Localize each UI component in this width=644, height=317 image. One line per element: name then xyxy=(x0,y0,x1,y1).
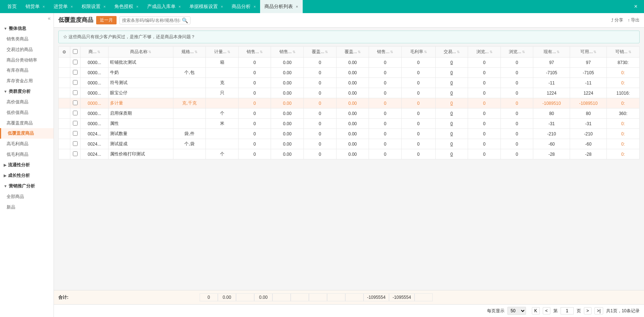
name-column-header[interactable]: 商品名称⇅ xyxy=(109,47,173,58)
per-page-select[interactable]: 50 10 20 100 xyxy=(507,307,526,315)
sales1-column-header[interactable]: 销售...⇅ xyxy=(238,47,271,58)
page-suffix: 页 xyxy=(577,308,581,314)
sidebar-group-cluster[interactable]: ▼ 类群度分析 xyxy=(0,86,54,97)
page-number-input[interactable] xyxy=(561,307,574,314)
close-icon[interactable]: × xyxy=(254,4,256,9)
nav-item-template[interactable]: 单据模板设置 × xyxy=(185,0,227,13)
spec-column-header[interactable]: 规格...⇅ xyxy=(173,47,206,58)
trade-column-header[interactable]: 交易...⇅ xyxy=(435,47,468,58)
next-page-button[interactable]: > xyxy=(584,307,592,314)
close-icon[interactable]: × xyxy=(178,4,181,9)
sidebar-item-sales-goods[interactable]: 销售类商品 xyxy=(0,34,54,44)
row-cover2: 0.00 xyxy=(336,129,369,139)
sidebar-item-capital[interactable]: 库存资金占用 xyxy=(0,76,54,86)
cover2-column-header[interactable]: 覆盖...⇅ xyxy=(336,47,369,58)
sidebar-item-low-value[interactable]: 低价值商品 xyxy=(0,107,54,118)
sidebar-item-high-coverage[interactable]: 高覆盖度商品 xyxy=(0,118,54,128)
available-column-header[interactable]: 可用...⇅ xyxy=(570,47,607,58)
sales3-column-header[interactable]: 销售...⇅ xyxy=(369,47,402,58)
close-icon[interactable]: × xyxy=(221,4,223,9)
sidebar-item-high-margin[interactable]: 高毛利商品 xyxy=(0,139,54,149)
saleable-column-header[interactable]: 可销...⇅ xyxy=(607,47,640,58)
row-browse2: 0 xyxy=(500,58,533,68)
row-checkbox[interactable] xyxy=(70,108,80,119)
sidebar-item-new-goods[interactable]: 新品 xyxy=(0,202,54,213)
row-spec xyxy=(173,88,206,98)
row-cover1: 0 xyxy=(303,78,336,88)
row-checkbox[interactable] xyxy=(70,88,80,98)
row-current: -60 xyxy=(533,139,570,149)
sidebar-item-stock-goods[interactable]: 有库存商品 xyxy=(0,65,54,76)
unit-column-header[interactable]: 计量...⇅ xyxy=(206,47,239,58)
sidebar-item-low-margin[interactable]: 低毛利商品 xyxy=(0,149,54,160)
row-checkbox[interactable] xyxy=(70,58,80,68)
close-icon[interactable]: × xyxy=(296,4,298,9)
sidebar-item-traded-goods[interactable]: 交易过的商品 xyxy=(0,44,54,55)
browse2-column-header[interactable]: 浏览...⇅ xyxy=(500,47,533,58)
sidebar-item-low-coverage[interactable]: 低覆盖度商品 xyxy=(0,128,54,139)
search-icon[interactable]: 🔍 xyxy=(182,17,188,23)
row-browse2: 0 xyxy=(500,108,533,119)
margin-column-header[interactable]: 毛利率⇅ xyxy=(401,47,435,58)
nav-right: × xyxy=(631,3,641,10)
row-trade: 0 xyxy=(435,98,468,108)
sidebar-group-marketing[interactable]: ▼ 营销推广分析 xyxy=(0,181,54,191)
sales2-column-header[interactable]: 销售...⇅ xyxy=(271,47,304,58)
row-sales3: 0 xyxy=(369,88,402,98)
close-icon[interactable]: × xyxy=(71,4,73,9)
nav-item-analysis[interactable]: 商品分析 × xyxy=(227,0,260,13)
nav-item-permission[interactable]: 权限设置 × xyxy=(77,0,110,13)
row-name: 测试数量 xyxy=(109,129,173,139)
nav-item-purchase[interactable]: 进货单 × xyxy=(49,0,77,13)
sidebar-collapse-button[interactable]: « xyxy=(0,13,54,23)
window-close-button[interactable]: × xyxy=(631,3,641,9)
close-icon[interactable]: × xyxy=(43,4,45,9)
last-page-button[interactable]: >| xyxy=(594,307,603,314)
row-cover2: 0.00 xyxy=(336,98,369,108)
nav-item-analysis-list[interactable]: 商品分析列表 × xyxy=(260,0,302,13)
prev-page-button[interactable]: < xyxy=(543,307,550,314)
settings-column-header[interactable]: ⚙ xyxy=(59,47,70,58)
row-settings xyxy=(59,119,70,129)
cover1-column-header[interactable]: 覆盖...⇅ xyxy=(303,47,336,58)
total-sales1: 0 xyxy=(200,293,218,301)
date-filter-button[interactable]: 近一月 xyxy=(96,16,117,24)
nav-item-home[interactable]: 首页 xyxy=(3,0,21,13)
sidebar-item-high-value[interactable]: 高价值商品 xyxy=(0,97,54,107)
chevron-down-icon: ▼ xyxy=(4,27,7,31)
sidebar-item-all-goods[interactable]: 全部商品 xyxy=(0,191,54,202)
nav-item-role[interactable]: 角色授权 × xyxy=(110,0,143,13)
sidebar-group-overall[interactable]: ▼ 整体信息 xyxy=(0,23,54,34)
current-column-header[interactable]: 现有...⇅ xyxy=(533,47,570,58)
sidebar-item-category-rate[interactable]: 商品分类动销率 xyxy=(0,55,54,66)
row-sales2: 0.00 xyxy=(271,98,304,108)
row-settings xyxy=(59,139,70,149)
row-checkbox[interactable] xyxy=(70,129,80,139)
first-page-button[interactable]: K xyxy=(532,307,540,314)
row-checkbox[interactable] xyxy=(70,119,80,129)
row-available: -28 xyxy=(570,149,607,159)
select-all-checkbox[interactable] xyxy=(73,49,78,54)
row-sales1: 0 xyxy=(238,98,271,108)
search-input[interactable] xyxy=(122,18,180,23)
row-margin: 0 xyxy=(401,98,435,108)
row-sales1: 0 xyxy=(238,78,271,88)
close-icon[interactable]: × xyxy=(103,4,106,9)
share-button[interactable]: ⤴ 分享 xyxy=(611,17,623,23)
browse1-column-header[interactable]: 浏览...⇅ xyxy=(468,47,501,58)
nav-item-sales[interactable]: 销货单 × xyxy=(21,0,49,13)
sidebar-group-growth[interactable]: ▶ 成长性分析 xyxy=(0,170,54,181)
row-checkbox[interactable] xyxy=(70,98,80,108)
nav-item-production[interactable]: 产成品入库单 × xyxy=(143,0,185,13)
row-trade: 0 xyxy=(435,149,468,159)
sidebar-group-liquidity[interactable]: ▶ 流通性分析 xyxy=(0,160,54,170)
row-checkbox[interactable] xyxy=(70,149,80,159)
row-checkbox[interactable] xyxy=(70,139,80,149)
export-button[interactable]: ↑ 导出 xyxy=(628,17,640,23)
row-browse1: 0 xyxy=(468,149,501,159)
row-checkbox[interactable] xyxy=(70,78,80,88)
row-settings xyxy=(59,98,70,108)
code-column-header[interactable]: 商...⇅ xyxy=(80,47,109,58)
close-icon[interactable]: × xyxy=(136,4,138,9)
row-checkbox[interactable] xyxy=(70,68,80,78)
